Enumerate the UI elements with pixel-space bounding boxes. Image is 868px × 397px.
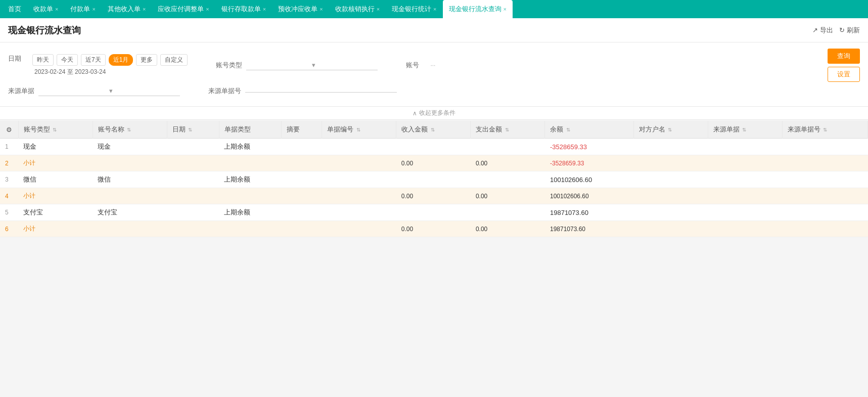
filter-row-2: 来源单据 ▾ 来源单据号: [8, 86, 860, 96]
cell-doc-no: [322, 171, 396, 188]
cell-income: 0.00: [396, 188, 471, 204]
date-options-wrapper: 昨天 今天 近7天 近1月 更多 自定义 2023-02-24 至 2023-0…: [32, 54, 188, 76]
cell-source-doc-no: [782, 221, 867, 237]
col-expense[interactable]: 支出金额 ⇅: [471, 121, 545, 139]
nav-other-income[interactable]: 其他收入单 ×: [102, 0, 152, 18]
date-7days[interactable]: 近7天: [81, 54, 106, 66]
export-button[interactable]: ↗ 导出: [812, 26, 833, 35]
col-source-doc-no[interactable]: 来源单据号 ⇅: [782, 121, 867, 139]
cell-balance: -3528659.33: [545, 155, 633, 171]
table-row: 2 小计 0.00 0.00 -3528659.33: [0, 155, 868, 171]
date-yesterday[interactable]: 昨天: [32, 54, 54, 66]
col-date[interactable]: 日期 ⇅: [167, 121, 219, 139]
date-1month[interactable]: 近1月: [109, 54, 133, 66]
close-icon[interactable]: ×: [263, 6, 266, 12]
page-header: 现金银行流水查询 ↗ 导出 ↻ 刷新: [0, 18, 868, 42]
col-income[interactable]: 收入金额 ⇅: [396, 121, 471, 139]
close-icon[interactable]: ×: [319, 6, 323, 12]
cell-summary: [282, 221, 322, 237]
cell-counter-party: [633, 204, 708, 221]
col-summary[interactable]: 摘要: [282, 121, 322, 139]
date-filter-group: 日期 昨天 今天 近7天 近1月 更多 自定义 2023-02-24 至 202…: [8, 54, 188, 76]
cell-account-type: 现金: [18, 139, 93, 155]
sort-icon: ⇅: [505, 127, 509, 133]
close-icon[interactable]: ×: [55, 6, 58, 12]
col-account-type[interactable]: 账号类型 ⇅: [18, 121, 93, 139]
nav-payment[interactable]: 付款单 ×: [64, 0, 101, 18]
close-icon[interactable]: ×: [143, 6, 146, 12]
nav-home[interactable]: 首页: [2, 0, 27, 18]
cell-balance: 100102606.60: [545, 171, 633, 188]
sort-icon: ⇅: [431, 127, 435, 133]
source-doc-no-filter: 来源单据号: [208, 86, 397, 96]
account-type-select[interactable]: ▾: [246, 60, 378, 70]
nav-stats[interactable]: 现金银行统计 ×: [386, 0, 442, 18]
action-buttons: 查询 设置: [828, 49, 860, 82]
close-icon[interactable]: ×: [433, 6, 436, 12]
cell-expense: [471, 171, 545, 188]
table-body: 1 现金 现金 上期余额 -3528659.33 2 小计 0.00 0.00 …: [0, 139, 868, 237]
cell-expense: 0.00: [471, 188, 545, 204]
nav-verify[interactable]: 收款核销执行 ×: [329, 0, 386, 18]
table-header-row: ⚙ 账号类型 ⇅ 账号名称 ⇅ 日期 ⇅ 单据类型 摘要: [0, 121, 868, 139]
cell-summary: [282, 155, 322, 171]
cell-counter-party: [633, 188, 708, 204]
col-source-doc-label: 来源单据: [713, 125, 740, 133]
settings-button[interactable]: 设置: [828, 67, 860, 82]
cell-date: [167, 139, 219, 155]
col-settings[interactable]: ⚙: [0, 121, 18, 139]
sort-icon: ⇅: [127, 127, 131, 133]
cell-doc-no: [322, 221, 396, 237]
table-row: 6 小计 0.00 0.00 19871073.60: [0, 221, 868, 237]
col-expense-label: 支出金额: [476, 125, 502, 133]
close-icon[interactable]: ×: [92, 6, 95, 12]
col-account-type-label: 账号类型: [24, 125, 50, 133]
nav-adjustment[interactable]: 应收应付调整单 ×: [152, 0, 215, 18]
table-container: ⚙ 账号类型 ⇅ 账号名称 ⇅ 日期 ⇅ 单据类型 摘要: [0, 121, 868, 237]
nav-receipt[interactable]: 收款单 ×: [27, 0, 64, 18]
cell-account-type: 微信: [18, 171, 93, 188]
cell-counter-party: [633, 139, 708, 155]
page-title: 现金银行流水查询: [8, 24, 81, 36]
source-doc-no-input[interactable]: [245, 90, 397, 93]
cell-doc-no: [322, 204, 396, 221]
cell-expense: 0.00: [471, 221, 545, 237]
refresh-button[interactable]: ↻ 刷新: [839, 26, 860, 35]
collapse-button[interactable]: ∧ 收起更多条件: [413, 109, 455, 117]
date-today[interactable]: 今天: [57, 54, 78, 66]
col-source-doc[interactable]: 来源单据 ⇅: [708, 121, 782, 139]
account-no-more[interactable]: ···: [430, 62, 435, 69]
col-counter-party[interactable]: 对方户名 ⇅: [633, 121, 708, 139]
sort-icon: ⇅: [823, 127, 827, 133]
sort-icon: ⇅: [742, 127, 746, 133]
filter-area: 日期 昨天 今天 近7天 近1月 更多 自定义 2023-02-24 至 202…: [0, 42, 868, 107]
cell-balance: 19871073.60: [545, 204, 633, 221]
col-doc-no[interactable]: 单据编号 ⇅: [322, 121, 396, 139]
close-icon[interactable]: ×: [206, 6, 209, 12]
date-custom[interactable]: 自定义: [160, 54, 188, 66]
col-doc-type[interactable]: 单据类型: [219, 121, 282, 139]
cell-account-type: 小计: [18, 221, 93, 237]
cell-doc-type: [219, 188, 282, 204]
col-balance[interactable]: 余额 ⇅: [545, 121, 633, 139]
cell-account-name: 现金: [93, 139, 167, 155]
cell-account-type: 支付宝: [18, 204, 93, 221]
nav-prepay[interactable]: 预收冲应收单 ×: [272, 0, 329, 18]
close-icon[interactable]: ×: [377, 6, 380, 12]
source-doc-select[interactable]: ▾: [38, 86, 180, 96]
date-range: 2023-02-24 至 2023-03-24: [34, 68, 188, 76]
row-num: 2: [0, 155, 18, 171]
col-counter-party-label: 对方户名: [639, 125, 665, 133]
query-button[interactable]: 查询: [828, 49, 860, 64]
cell-income: [396, 204, 471, 221]
nav-flow-query[interactable]: 现金银行流水查询 ×: [443, 0, 513, 18]
header-actions: ↗ 导出 ↻ 刷新: [812, 26, 860, 35]
close-icon[interactable]: ×: [504, 6, 507, 12]
col-account-name[interactable]: 账号名称 ⇅: [93, 121, 167, 139]
date-more[interactable]: 更多: [136, 54, 157, 66]
cell-doc-type: [219, 221, 282, 237]
table-row: 3 微信 微信 上期余额 100102606.60: [0, 171, 868, 188]
nav-bank-deposit[interactable]: 银行存取款单 ×: [215, 0, 272, 18]
cell-balance: 19871073.60: [545, 221, 633, 237]
nav-bar: 首页 收款单 × 付款单 × 其他收入单 × 应收应付调整单 × 银行存取款单 …: [0, 0, 868, 18]
